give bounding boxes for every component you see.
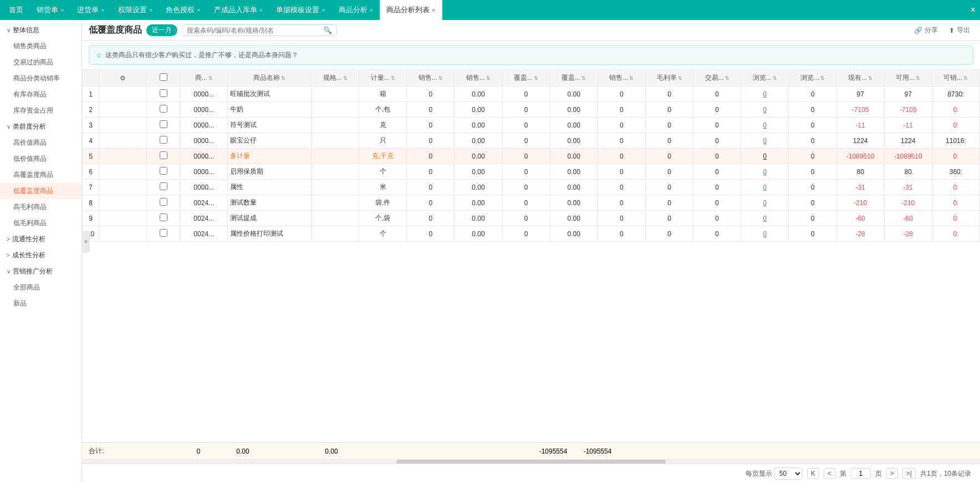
row-checkbox[interactable] (160, 182, 167, 190)
sidebar-item[interactable]: 高覆盖度商品 (0, 167, 81, 183)
th-sort-sellable[interactable]: 可销...⇅ (935, 73, 977, 83)
row-gear (99, 211, 147, 226)
th-sort-browse1[interactable]: 浏览...⇅ (743, 73, 786, 83)
row-checkbox[interactable] (160, 229, 167, 237)
share-button[interactable]: 🔗 分享 (911, 24, 941, 36)
row-coverage1: 0 (502, 149, 550, 164)
th-sort-transaction[interactable]: 交易...⇅ (696, 73, 738, 83)
row-checkbox[interactable] (160, 120, 167, 128)
export-button[interactable]: ⬆ 导出 (946, 24, 973, 36)
nav-item-close-icon[interactable]: × (259, 0, 263, 20)
sidebar-section-整体信息[interactable]: ∨整体信息 (0, 22, 81, 38)
nav-item[interactable]: 商品分析 × (332, 0, 380, 20)
th-sort-sales3[interactable]: 销售...⇅ (600, 73, 643, 83)
sidebar-item[interactable]: 销售类商品 (0, 38, 81, 54)
row-browse1[interactable]: 0 (741, 133, 789, 149)
row-checkbox[interactable] (160, 136, 167, 144)
period-button[interactable]: 近一月 (146, 24, 177, 36)
nav-item-close-icon[interactable]: × (370, 0, 373, 20)
th-sort-name[interactable]: 商品名称⇅ (230, 73, 309, 83)
sidebar-item[interactable]: 低覆盖度商品 (0, 183, 81, 199)
row-browse1[interactable]: 0 (741, 102, 789, 118)
nav-item[interactable]: 权限设置 × (111, 0, 159, 20)
sidebar-item[interactable]: 高毛利商品 (0, 199, 81, 215)
row-coverage2: 0.00 (550, 102, 598, 118)
sidebar-item[interactable]: 有库存商品 (0, 87, 81, 103)
th-sort-browse2[interactable]: 浏览...⇅ (791, 73, 834, 83)
th-sort-spec[interactable]: 规格...⇅ (314, 73, 356, 83)
close-all-button[interactable]: × (971, 5, 976, 15)
th-sort-unit[interactable]: 计量...⇅ (361, 73, 404, 83)
th-sort-gross_margin[interactable]: 毛利率⇅ (648, 73, 691, 83)
nav-item[interactable]: 销货单 × (30, 0, 70, 20)
sidebar-section-营销推广分析[interactable]: ∨营销推广分析 (0, 263, 81, 279)
sidebar-item[interactable]: 新品 (0, 296, 81, 312)
sidebar-item[interactable]: 全部商品 (0, 279, 81, 296)
th-checkbox[interactable] (147, 70, 180, 87)
per-page-dropdown[interactable]: 50 100 200 (774, 467, 803, 480)
sidebar-item[interactable]: 库存资金占用 (0, 103, 81, 119)
first-page-button[interactable]: K (807, 468, 819, 479)
th-sort-sales_qty[interactable]: 销售...⇅ (409, 73, 452, 83)
gear-icon[interactable]: ⚙ (120, 74, 126, 82)
row-checkbox[interactable] (160, 213, 167, 221)
sidebar-item[interactable]: 低毛利商品 (0, 215, 81, 231)
nav-item-close-icon[interactable]: × (197, 0, 200, 20)
row-browse1[interactable]: 0 (741, 195, 789, 211)
row-checkbox[interactable] (160, 89, 167, 97)
sidebar-section-类群度分析[interactable]: ∨类群度分析 (0, 119, 81, 135)
th-sort-coverage1[interactable]: 覆盖...⇅ (505, 73, 548, 83)
th-gear[interactable]: ⚙ (99, 70, 147, 87)
row-browse1[interactable]: 0 (741, 118, 789, 133)
sidebar-collapse-button[interactable]: « (82, 231, 90, 253)
row-browse1[interactable]: 0 (741, 149, 789, 164)
row-browse1[interactable]: 0 (741, 180, 789, 195)
sidebar-item[interactable]: 交易过的商品 (0, 54, 81, 70)
row-browse1[interactable]: 0 (741, 226, 789, 242)
row-checkbox[interactable] (160, 167, 167, 175)
page-number-input[interactable] (851, 468, 871, 479)
prev-page-button[interactable]: < (824, 468, 835, 479)
th-sort-current_stock[interactable]: 现有...⇅ (839, 73, 882, 83)
content-header: 低覆盖度商品 近一月 🔍 🔗 分享 ⬆ 导出 (82, 20, 980, 41)
search-icon[interactable]: 🔍 (323, 26, 332, 34)
nav-item-close-icon[interactable]: × (60, 0, 64, 20)
last-page-button[interactable]: >| (902, 468, 916, 479)
th-sort-available[interactable]: 可用...⇅ (887, 73, 930, 83)
nav-item-close-icon[interactable]: × (432, 0, 435, 20)
row-transaction: 0 (693, 87, 741, 102)
row-sellable: 0: (932, 195, 979, 211)
nav-item[interactable]: 角色授权 × (159, 0, 207, 20)
nav-item[interactable]: 单据模板设置 × (269, 0, 331, 20)
row-browse1[interactable]: 0 (741, 211, 789, 226)
nav-item[interactable]: 产成品入库单 × (207, 0, 269, 20)
sidebar-item[interactable]: 低价值商品 (0, 151, 81, 167)
nav-item-close-icon[interactable]: × (321, 0, 325, 20)
select-all-checkbox[interactable] (160, 73, 167, 81)
row-browse2: 0 (789, 195, 836, 211)
nav-item-close-icon[interactable]: × (101, 0, 104, 20)
row-unit: 克 (359, 118, 407, 133)
th-sales_amt: 销售...⇅ (455, 70, 502, 87)
nav-item[interactable]: 首页 (2, 0, 30, 20)
th-sort-sales_amt[interactable]: 销售...⇅ (457, 73, 499, 83)
row-spec (312, 149, 359, 164)
row-checkbox[interactable] (160, 151, 167, 159)
next-page-button[interactable]: > (886, 468, 898, 479)
row-checkbox[interactable] (160, 105, 167, 113)
nav-item-close-icon[interactable]: × (149, 0, 152, 20)
sidebar-item[interactable]: 商品分类动销率 (0, 70, 81, 87)
row-code: 0000... (180, 180, 228, 195)
nav-item[interactable]: 进货单 × (70, 0, 111, 20)
row-browse1[interactable]: 0 (741, 164, 789, 180)
sidebar-item[interactable]: 高价值商品 (0, 135, 81, 151)
th-sort-coverage2[interactable]: 覆盖...⇅ (553, 73, 595, 83)
row-browse1[interactable]: 0 (741, 87, 789, 102)
row-checkbox[interactable] (160, 198, 167, 206)
th-sort-code[interactable]: 商...⇅ (182, 73, 225, 83)
alert-text: 这类商品只有很少客户购买过，是推广不够，还是商品本身问题？ (105, 50, 298, 60)
sidebar-section-成长性分析[interactable]: >成长性分析 (0, 247, 81, 263)
sidebar-section-流通性分析[interactable]: >流通性分析 (0, 231, 81, 247)
search-input[interactable] (187, 27, 321, 34)
nav-item[interactable]: 商品分析列表 × (380, 0, 442, 20)
